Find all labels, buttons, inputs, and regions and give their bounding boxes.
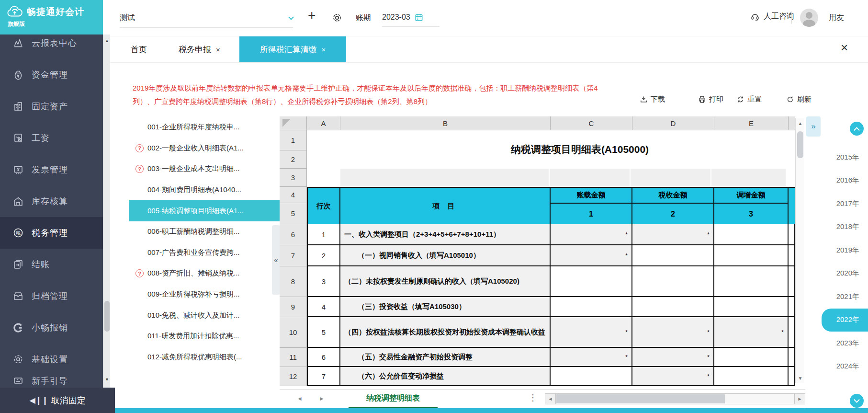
year-item[interactable]: 2022年 <box>822 309 868 332</box>
help-icon[interactable]: ? <box>135 269 144 277</box>
collapse-panel-handle[interactable]: « <box>272 225 280 295</box>
tab-tax-filing[interactable]: 税务申报 × <box>166 36 233 62</box>
sidebar-scroll-up-icon[interactable]: ▲ <box>103 38 111 43</box>
vertical-scrollbar[interactable]: ▲ ▼ <box>795 118 804 383</box>
tab-income-tax-settlement[interactable]: 所得税汇算清缴 × <box>239 36 346 62</box>
column-header-b[interactable]: B <box>340 116 551 130</box>
row-header[interactable]: 11 <box>280 348 307 367</box>
tab-home[interactable]: 首页 <box>118 36 159 62</box>
download-button[interactable]: 下载 <box>640 95 665 104</box>
close-panel-icon[interactable]: × <box>841 40 848 55</box>
sidebar-item-guide[interactable]: 新手引导 <box>0 375 103 388</box>
year-item[interactable]: 2023年 <box>822 332 868 355</box>
column-header-d[interactable]: D <box>632 116 714 130</box>
add-tab-button[interactable]: + <box>308 8 316 23</box>
amount-cell-3[interactable] <box>714 224 789 245</box>
sidebar-item-invoices[interactable]: 发票管理 <box>0 154 103 185</box>
sidebar-item-inventory[interactable]: 库存核算 <box>0 185 103 217</box>
support-button[interactable]: 人工咨询 <box>750 11 794 22</box>
row-header[interactable]: 10 <box>280 317 307 348</box>
amount-cell-2[interactable] <box>632 266 714 297</box>
amount-cell-3[interactable] <box>714 245 789 266</box>
amount-cell-2[interactable] <box>632 297 714 317</box>
column-header-c[interactable]: C <box>551 116 632 130</box>
sidebar-item-expense[interactable]: 小畅报销 <box>0 312 103 344</box>
amount-cell-2[interactable]: * <box>632 348 714 367</box>
sidebar-item-archive[interactable]: 归档管理 <box>0 280 103 312</box>
column-header-e[interactable]: E <box>714 116 789 130</box>
report-list-item[interactable]: ? 012-减免所得税优惠明细表(... <box>129 347 280 368</box>
close-icon[interactable]: × <box>216 46 220 54</box>
year-item[interactable]: 2016年 <box>822 169 868 193</box>
vertical-scroll-thumb[interactable] <box>797 131 803 158</box>
row-header[interactable]: 5 <box>280 203 307 224</box>
report-list-item[interactable]: ? 001-企业所得税年度纳税申... <box>129 117 280 138</box>
print-button[interactable]: 打印 <box>698 95 723 104</box>
row-header[interactable]: 8 <box>280 266 307 297</box>
amount-cell-1[interactable] <box>551 266 632 297</box>
row-header[interactable]: 12 <box>280 367 307 386</box>
scroll-right-icon[interactable]: ► <box>794 394 805 404</box>
years-scroll-down[interactable] <box>850 394 864 408</box>
help-icon[interactable]: ? <box>135 165 144 173</box>
scroll-left-icon[interactable]: ◄ <box>545 394 556 404</box>
gear-icon[interactable] <box>332 12 342 25</box>
select-all-corner[interactable] <box>280 116 307 130</box>
year-item[interactable]: 2021年 <box>822 285 868 309</box>
report-list-item[interactable]: ? 007-广告费和业务宣传费跨... <box>129 242 280 264</box>
scroll-down-icon[interactable]: ▼ <box>796 376 805 381</box>
unpin-button[interactable]: ◀❙❙ 取消固定 <box>0 388 115 413</box>
refresh-button[interactable]: 刷新 <box>786 95 812 104</box>
amount-cell-3[interactable]: * <box>714 317 789 348</box>
row-header[interactable]: 3 <box>280 169 307 187</box>
app-logo[interactable]: 畅捷通好会计 旗舰版 <box>0 0 103 34</box>
row-header[interactable]: 2 <box>280 150 307 169</box>
report-list-item[interactable]: ? 011-研发费用加计扣除优惠... <box>129 326 280 347</box>
amount-cell-3[interactable] <box>714 297 789 317</box>
sidebar-item-closing[interactable]: 结账 <box>0 249 103 280</box>
report-list-item[interactable]: ? 010-免税、减计收入及加计... <box>129 305 280 326</box>
more-sheets-icon[interactable]: ⋮ <box>529 392 537 403</box>
amount-cell-2[interactable] <box>632 245 714 266</box>
expand-panel-handle[interactable]: » <box>806 116 821 137</box>
report-list-item[interactable]: ? 006-职工薪酬纳税调整明细... <box>129 221 280 242</box>
sidebar-scroll-thumb[interactable] <box>104 301 110 332</box>
account-set-selector[interactable]: 测试 <box>120 9 293 28</box>
year-item[interactable]: 2017年 <box>822 192 868 216</box>
row-header[interactable]: 9 <box>280 297 307 317</box>
row-header[interactable]: 6 <box>280 224 307 245</box>
reset-button[interactable]: 重置 <box>736 95 762 104</box>
sidebar-item-funds[interactable]: 资金管理 <box>0 59 103 91</box>
report-list-item[interactable]: ? 004-期间费用明细表(A1040... <box>129 180 280 201</box>
amount-cell-1[interactable] <box>551 367 632 386</box>
help-icon[interactable]: ? <box>135 144 144 152</box>
amount-cell-2[interactable]: * <box>632 367 714 386</box>
username[interactable]: 用友 <box>829 13 844 23</box>
row-header[interactable]: 7 <box>280 245 307 266</box>
period-selector[interactable]: 2023-03 <box>382 8 440 27</box>
amount-cell-3[interactable] <box>714 348 789 367</box>
years-scroll-up[interactable] <box>850 122 864 136</box>
sidebar-item-salary[interactable]: 工资 <box>0 122 103 154</box>
sidebar-scroll-down-icon[interactable]: ▼ <box>103 377 111 382</box>
avatar[interactable] <box>800 9 818 27</box>
amount-cell-2[interactable]: * <box>632 224 714 245</box>
year-item[interactable]: 2019年 <box>822 239 868 262</box>
prev-sheet-icon[interactable]: ◄ <box>297 395 303 402</box>
horizontal-scroll-thumb[interactable] <box>556 394 725 403</box>
amount-cell-1[interactable]: * <box>551 348 632 367</box>
sidebar-item-settings[interactable]: 基础设置 <box>0 344 103 375</box>
scroll-up-icon[interactable]: ▲ <box>796 121 805 126</box>
report-list-item[interactable]: ? 005-纳税调整项目明细表(A1... <box>129 200 280 221</box>
amount-cell-1[interactable]: * <box>551 224 632 245</box>
sheet-tab[interactable]: 纳税调整明细表 <box>349 390 438 408</box>
report-list-item[interactable]: ? 009-企业所得税弥补亏损明... <box>129 284 280 305</box>
row-header[interactable]: 1 <box>280 130 307 150</box>
sidebar-scrollbar[interactable]: ▲ ▼ <box>103 34 110 388</box>
report-list-item[interactable]: ? 002-一般企业收入明细表(A1... <box>129 138 280 159</box>
amount-cell-3[interactable] <box>714 266 789 297</box>
amount-cell-3[interactable] <box>714 367 789 386</box>
year-item[interactable]: 2024年 <box>822 355 868 379</box>
year-item[interactable]: 2015年 <box>822 146 868 169</box>
amount-cell-1[interactable]: * <box>551 317 632 348</box>
